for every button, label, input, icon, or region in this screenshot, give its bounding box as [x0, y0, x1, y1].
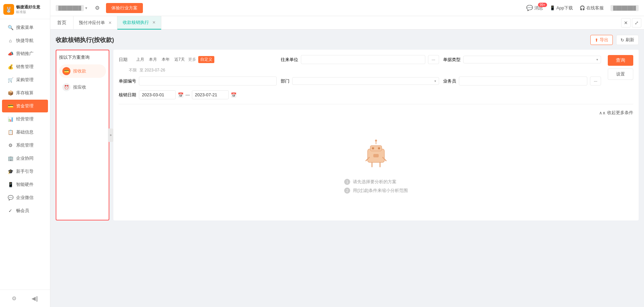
verify-date-dash: — [185, 92, 190, 97]
user-avatar[interactable]: ████████ [610, 5, 639, 11]
enterprise-icon: 🏢 [7, 156, 13, 161]
by-receivable-icon: ⏰ [62, 83, 70, 91]
svg-point-5 [378, 148, 380, 149]
purchase-label: 采购管理 [16, 77, 34, 83]
date-this-year[interactable]: 本年 [160, 56, 171, 63]
system-icon: ⚙ [7, 143, 13, 148]
doc-type-arrow-icon: ▾ [596, 58, 598, 61]
department-select[interactable]: ▾ [292, 77, 439, 85]
salesperson-input[interactable] [459, 76, 587, 86]
sidebar-item-hardware[interactable]: 📱 智能硬件 [2, 178, 48, 191]
settings-icon[interactable]: ⚙ [93, 3, 102, 13]
message-icon[interactable]: 💬 消息 99+ [526, 5, 543, 11]
verify-date-end-calendar-icon[interactable]: 📅 [231, 92, 236, 98]
sidebar-item-sales[interactable]: 💰 销售管理 [2, 60, 48, 73]
department-arrow-icon: ▾ [434, 79, 436, 83]
app-download-link[interactable]: 📱 App下载 [550, 5, 573, 11]
date-custom-btn[interactable]: 自定义 [198, 56, 214, 63]
empty-illustration [359, 137, 393, 171]
tab-prepay-label: 预付冲应付单 [79, 20, 105, 26]
sidebar-item-finance[interactable]: 💳 资金管理 [2, 100, 48, 112]
logo-text: 畅捷通好生意 标准版 [16, 5, 40, 14]
sidebar-item-operations[interactable]: 📊 经营管理 [2, 113, 48, 125]
by-receipt-label: 按收款 [73, 68, 86, 74]
message-badge: 99+ [538, 3, 547, 7]
online-service-link[interactable]: 🎧 在线客服 [580, 5, 604, 11]
counterparty-field: 往来单位 ··· [281, 55, 439, 64]
salesperson-ellipsis-btn[interactable]: ··· [590, 76, 601, 86]
tab-receipt-verify[interactable]: 收款核销执行 ✕ [117, 16, 161, 30]
sidebar-item-wechat[interactable]: 💬 企业微信 [2, 191, 48, 204]
verify-date-start-calendar-icon[interactable]: 📅 [178, 92, 183, 98]
tab-prepay[interactable]: 预付冲应付单 ✕ [73, 16, 117, 30]
date-more-btn[interactable]: 更多 [188, 57, 196, 62]
query-btn[interactable]: 查询 [608, 55, 633, 66]
main-area: ████████ ▾ ⚙ 体验行业方案 💬 消息 99+ 📱 App下载 🎧 在… [50, 0, 644, 307]
industry-btn[interactable]: 体验行业方案 [106, 3, 143, 13]
filter-option-by-receipt[interactable]: 💳 按收款 [59, 64, 106, 78]
page-header: 收款核销执行(按收款) ⬆ 导出 ↻ 刷新 [56, 35, 639, 45]
empty-tips: 1 请先选择要分析的方案 2 用[过滤]条件来缩小分析范围 [344, 177, 408, 195]
sidebar-item-quick-nav[interactable]: ⌂ 快捷导航 [2, 34, 48, 47]
verify-date-start-input[interactable] [139, 90, 176, 99]
collapse-more-btn[interactable]: ∧∧ 收起更多条件 [599, 108, 633, 117]
sidebar-item-marketing[interactable]: 📣 营销推广 [2, 47, 48, 60]
svg-point-4 [372, 148, 374, 149]
empty-tip-2: 2 用[过滤]条件来缩小分析范围 [344, 186, 408, 195]
sales-icon: 💰 [7, 64, 13, 69]
date-field: 日期 上月 本月 本年 近7天 更多 自定义 [119, 56, 277, 63]
sidebar: 🐰 畅捷通好生意 标准版 🔍 搜索菜单 ⌂ 快捷导航 📣 营销推广 💰 销售管理… [0, 0, 50, 307]
tab-receipt-verify-label: 收款核销执行 [123, 19, 149, 25]
sidebar-item-search[interactable]: 🔍 搜索菜单 [2, 21, 48, 34]
doc-no-input[interactable] [139, 76, 277, 86]
by-receipt-icon: 💳 [62, 67, 70, 75]
close-all-tabs-btn[interactable]: ✕ [621, 18, 631, 28]
tab-receipt-verify-close[interactable]: ✕ [152, 20, 156, 25]
sidebar-item-system[interactable]: ⚙ 系统管理 [2, 139, 48, 152]
company-selector[interactable]: ████████ ▾ [56, 5, 87, 11]
collapse-sidebar-icon[interactable]: ◀‖ [30, 294, 40, 303]
sidebar-item-member[interactable]: ✓ 畅会员 [2, 204, 48, 217]
by-receivable-label: 按应收 [73, 84, 86, 90]
topbar-right: 💬 消息 99+ 📱 App下载 🎧 在线客服 ████████ [526, 5, 639, 11]
query-actions: 查询 设置 [608, 55, 633, 80]
search-label: 搜索菜单 [16, 24, 34, 31]
verify-date-end-input[interactable] [192, 90, 229, 99]
finance-icon: 💳 [7, 103, 13, 109]
date-label: 日期 [119, 57, 132, 63]
sidebar-item-inventory[interactable]: 📦 库存核算 [2, 87, 48, 99]
date-7days[interactable]: 近7天 [173, 56, 186, 63]
filter-option-by-receivable[interactable]: ⏰ 按应收 [59, 81, 106, 94]
filter-panel-title: 按以下方案查询 [59, 54, 106, 60]
sidebar-item-purchase[interactable]: 🛒 采购管理 [2, 73, 48, 86]
salesperson-label: 业务员 [443, 78, 456, 84]
company-dropdown-icon: ▾ [85, 6, 87, 10]
inventory-label: 库存核算 [16, 90, 34, 96]
tab-prepay-close[interactable]: ✕ [108, 20, 112, 25]
empty-state: 1 请先选择要分析的方案 2 用[过滤]条件来缩小分析范围 [119, 117, 633, 215]
date-last-month[interactable]: 上月 [135, 56, 146, 63]
sidebar-item-enterprise[interactable]: 🏢 企业协同 [2, 152, 48, 165]
settings-bottom-icon[interactable]: ⚙ [10, 294, 18, 303]
wechat-label: 企业微信 [16, 195, 34, 201]
doc-type-select[interactable]: ▾ [463, 56, 601, 63]
refresh-btn[interactable]: ↻ 刷新 [616, 35, 639, 45]
sidebar-item-basic[interactable]: 📋 基础信息 [2, 126, 48, 139]
counterparty-input[interactable] [301, 55, 425, 64]
tab-home[interactable]: 首页 [50, 16, 73, 30]
system-label: 系统管理 [16, 142, 34, 148]
empty-tip-1: 1 请先选择要分析的方案 [344, 177, 408, 186]
guide-label: 新手引导 [16, 168, 34, 174]
settings-form-btn[interactable]: 设置 [608, 68, 633, 80]
date-this-month[interactable]: 本月 [148, 56, 158, 63]
page-content: 收款核销执行(按收款) ⬆ 导出 ↻ 刷新 按以下方案查询 💳 按收款 [50, 30, 644, 307]
collapse-filter-panel-btn[interactable]: » [108, 129, 113, 142]
doc-no-field: 单据编号 [119, 76, 277, 86]
sidebar-item-guide[interactable]: 🎓 新手引导 [2, 165, 48, 178]
counterparty-ellipsis-btn[interactable]: ··· [428, 55, 439, 64]
basic-label: 基础信息 [16, 129, 34, 135]
operations-label: 经营管理 [16, 116, 34, 122]
expand-tabs-btn[interactable]: ⤢ [632, 18, 641, 28]
hardware-label: 智能硬件 [16, 182, 34, 188]
export-btn[interactable]: ⬆ 导出 [590, 35, 613, 45]
